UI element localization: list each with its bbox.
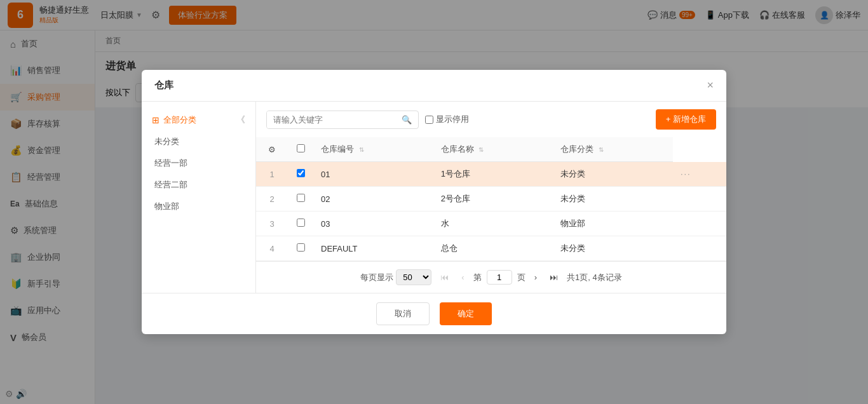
warehouse-name: 水 bbox=[433, 212, 553, 236]
row-checkbox-cell bbox=[288, 236, 313, 261]
show-disabled-checkbox[interactable] bbox=[425, 116, 433, 124]
search-input[interactable] bbox=[267, 111, 395, 128]
sort-icon: ⇅ bbox=[599, 146, 604, 153]
total-label: 共1页, 4条记录 bbox=[567, 272, 622, 283]
warehouse-name: 总仓 bbox=[433, 236, 553, 261]
warehouse-code: 02 bbox=[313, 187, 433, 212]
page-size-select: 每页显示 50 100 200 bbox=[360, 269, 431, 285]
page-input-label: 第 bbox=[473, 272, 482, 283]
category-all-button[interactable]: ⊞ 全部分类 《 bbox=[142, 109, 255, 131]
row-checkbox-cell bbox=[288, 187, 313, 212]
table-row[interactable]: 2 02 2号仓库 未分类 bbox=[256, 187, 726, 212]
warehouse-code: 01 bbox=[313, 162, 433, 187]
row-actions[interactable]: ··· bbox=[673, 162, 726, 187]
table-toolbar: 🔍 显示停用 + 新增仓库 bbox=[256, 102, 726, 137]
page-number-input[interactable] bbox=[487, 270, 512, 285]
data-table: ⚙ 仓库编号 ⇅ 仓库名称 ⇅ 仓库分类 ⇅ 1 01 1号仓库 未 bbox=[256, 137, 726, 261]
sort-icon: ⇅ bbox=[478, 146, 484, 153]
add-warehouse-button[interactable]: + 新增仓库 bbox=[656, 109, 716, 130]
next-page-button[interactable]: › bbox=[531, 270, 541, 285]
row-checkbox-cell bbox=[288, 212, 313, 236]
row-num: 1 bbox=[256, 162, 288, 187]
last-page-button[interactable]: ⏭ bbox=[546, 270, 562, 285]
select-all-checkbox[interactable] bbox=[297, 144, 305, 152]
per-page-dropdown[interactable]: 50 100 200 bbox=[396, 269, 431, 285]
category-all-label: 全部分类 bbox=[163, 114, 196, 126]
table-row[interactable]: 3 03 水 物业部 bbox=[256, 212, 726, 236]
category-item-op2[interactable]: 经营二部 bbox=[142, 174, 255, 196]
category-panel: ⊞ 全部分类 《 未分类 经营一部 经营二部 物业部 bbox=[142, 102, 256, 293]
table-header-row: ⚙ 仓库编号 ⇅ 仓库名称 ⇅ 仓库分类 ⇅ bbox=[256, 137, 726, 162]
confirm-button[interactable]: 确定 bbox=[440, 302, 492, 325]
warehouse-name: 1号仓库 bbox=[433, 162, 553, 187]
category-item-op1[interactable]: 经营一部 bbox=[142, 152, 255, 174]
page-label: 页 bbox=[517, 272, 526, 283]
row-num: 4 bbox=[256, 236, 288, 261]
col-category: 仓库分类 ⇅ bbox=[553, 137, 673, 162]
col-code: 仓库编号 ⇅ bbox=[313, 137, 433, 162]
warehouse-name: 2号仓库 bbox=[433, 187, 553, 212]
col-settings: ⚙ bbox=[256, 137, 288, 162]
modal-close-button[interactable]: × bbox=[707, 79, 714, 92]
modal-body: ⊞ 全部分类 《 未分类 经营一部 经营二部 物业部 🔍 bbox=[142, 102, 726, 293]
modal-header: 仓库 × bbox=[142, 70, 726, 102]
cancel-button[interactable]: 取消 bbox=[376, 302, 430, 325]
search-box: 🔍 bbox=[266, 111, 419, 129]
col-name: 仓库名称 ⇅ bbox=[433, 137, 553, 162]
warehouse-code: DEFAULT bbox=[313, 236, 433, 261]
more-actions-icon[interactable]: ··· bbox=[681, 169, 691, 178]
prev-page-button[interactable]: ‹ bbox=[458, 270, 468, 285]
show-disabled-toggle[interactable]: 显示停用 bbox=[425, 114, 469, 125]
row-checkbox[interactable] bbox=[297, 194, 305, 202]
grid-icon: ⊞ bbox=[152, 115, 159, 125]
row-checkbox[interactable] bbox=[297, 169, 305, 177]
per-page-label: 每页显示 bbox=[360, 272, 393, 283]
table-row[interactable]: 4 DEFAULT 总仓 未分类 bbox=[256, 236, 726, 261]
row-num: 3 bbox=[256, 212, 288, 236]
row-checkbox-cell bbox=[288, 162, 313, 187]
search-icon[interactable]: 🔍 bbox=[395, 111, 418, 128]
warehouse-category: 未分类 bbox=[553, 162, 673, 187]
first-page-button[interactable]: ⏮ bbox=[437, 270, 452, 285]
warehouse-table: ⚙ 仓库编号 ⇅ 仓库名称 ⇅ 仓库分类 ⇅ 1 01 1号仓库 未 bbox=[256, 137, 726, 261]
row-checkbox[interactable] bbox=[297, 243, 305, 252]
warehouse-category: 未分类 bbox=[553, 187, 673, 212]
modal-title: 仓库 bbox=[154, 79, 173, 91]
table-panel: 🔍 显示停用 + 新增仓库 ⚙ bbox=[256, 102, 726, 293]
category-item-property[interactable]: 物业部 bbox=[142, 196, 255, 217]
row-checkbox[interactable] bbox=[297, 219, 305, 227]
modal-footer: 取消 确定 bbox=[142, 293, 726, 334]
col-checkbox bbox=[288, 137, 313, 162]
warehouse-modal: 仓库 × ⊞ 全部分类 《 未分类 经营一部 经营二部 物业部 bbox=[142, 70, 726, 334]
pagination: 每页显示 50 100 200 ⏮ ‹ 第 页 › ⏭ 共1页, 4条记录 bbox=[256, 261, 726, 293]
warehouse-category: 物业部 bbox=[553, 212, 673, 236]
sort-icon: ⇅ bbox=[359, 146, 364, 153]
modal-overlay: 仓库 × ⊞ 全部分类 《 未分类 经营一部 经营二部 物业部 bbox=[0, 0, 868, 404]
row-num: 2 bbox=[256, 187, 288, 212]
table-row[interactable]: 1 01 1号仓库 未分类 ··· bbox=[256, 162, 726, 187]
warehouse-code: 03 bbox=[313, 212, 433, 236]
category-item-unclassified[interactable]: 未分类 bbox=[142, 131, 255, 152]
category-collapse-button[interactable]: 《 bbox=[236, 114, 245, 126]
warehouse-category: 未分类 bbox=[553, 236, 673, 261]
